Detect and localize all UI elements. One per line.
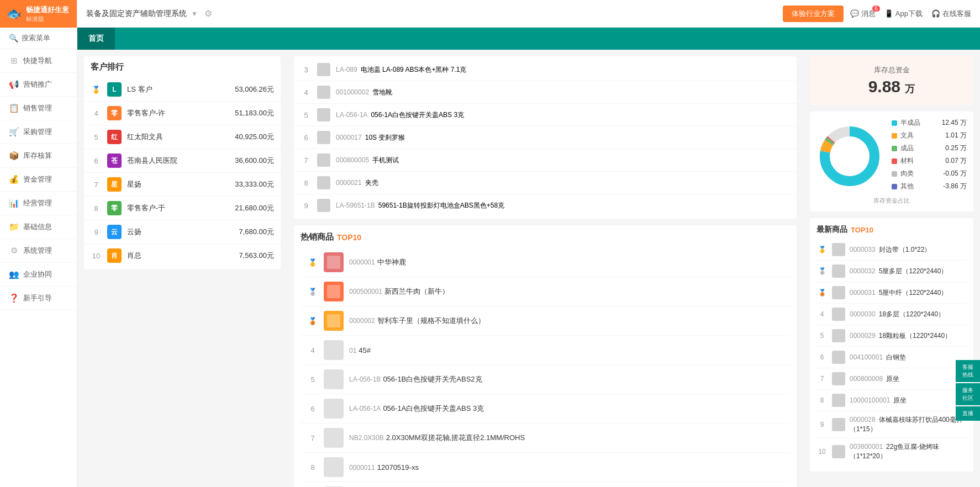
system-name: 装备及固定资产辅助管理系统 [86, 9, 187, 19]
new-product-item: 🥈00000325厘多层（1220*2440） [816, 261, 967, 282]
legend-value: -0.05 万 [943, 169, 967, 178]
sidebar-item-inventory[interactable]: 📦 库存核算 [0, 144, 77, 168]
hot-product-img [324, 282, 344, 301]
new-product-item: 4000003018多层（1220*2440） [816, 304, 967, 325]
online-service-button[interactable]: 🎧 在线客服 [931, 9, 971, 19]
rank-medal: 🥇 [92, 86, 101, 94]
hot-products-title: 热销商品 [301, 232, 334, 242]
hot-product-info: LA-056-1A056-1A白色按键开关盖ABS 3克 [349, 404, 484, 414]
rank-amount: 33,333.00元 [235, 179, 274, 189]
operations-icon: 📊 [9, 198, 19, 208]
hot-right-product-info: LA-59651-1B59651-1B旋转投影灯电池盒ABS黑色+58克 [336, 201, 504, 210]
hot-product-rank: 7 [307, 434, 318, 442]
legend-dot [892, 184, 897, 189]
rank-avatar: 红 [107, 130, 122, 144]
hot-product-info: NB2.0X30B2.0X30MM双搓花轴,搓花直径2.1MM/ROHS [349, 433, 525, 443]
hot-product-item: 9KK-SD22110H花语萌恒温分腿睡袋（厚款） [301, 482, 790, 487]
try-plan-button[interactable]: 体验行业方案 [783, 6, 844, 22]
quick-nav-label: 快捷导航 [23, 56, 52, 66]
search-icon: 🔍 [9, 34, 18, 43]
rank-customer-name: 苍南县人民医院 [127, 156, 229, 166]
legend-label: 成品 [900, 144, 942, 153]
tab-home[interactable]: 首页 [77, 28, 115, 50]
guide-label: 新手引导 [23, 293, 52, 303]
main-container: 装备及固定资产辅助管理系统 ▼ ⚙ 体验行业方案 💬 消息 6 📱 App下载 … [77, 0, 980, 487]
sidebar-item-marketing[interactable]: 📢 营销推广 [0, 73, 77, 97]
sidebar-item-guide[interactable]: ❓ 新手引导 [0, 287, 77, 310]
hot-product-img [324, 457, 344, 477]
search-menu[interactable]: 🔍 搜索菜单 [0, 28, 77, 49]
phone-icon: 📱 [884, 9, 893, 18]
hot-products-badge: TOP10 [337, 233, 361, 242]
rank-number: 8 [91, 204, 102, 213]
rank-number: 🥇 [91, 86, 102, 94]
float-customer-service[interactable]: 客服 热线 [956, 360, 980, 382]
legend-item: 文具 1.01 万 [892, 131, 967, 140]
sidebar-item-finance[interactable]: 💰 资金管理 [0, 168, 77, 192]
new-product-rank: 5 [816, 332, 828, 340]
hot-product-rank: 6 [307, 405, 318, 413]
new-product-item: 810000100001原坐 [816, 390, 967, 411]
sidebar-item-collab[interactable]: 👥 企业协同 [0, 263, 77, 287]
sidebar-item-quick-nav[interactable]: ⊞ 快捷导航 [0, 49, 77, 73]
finance-icon: 💰 [9, 174, 19, 184]
new-product-rank: 4 [816, 310, 828, 318]
legend-value: 1.01 万 [945, 131, 967, 140]
hot-product-item: 🥉0000002智利车子里（规格不知道填什么） [301, 306, 790, 336]
rank-customer-name: 星扬 [127, 179, 229, 189]
gear-icon[interactable]: ⚙ [204, 8, 212, 19]
hot-product-rank: 🥈 [307, 288, 318, 296]
legend-value: 12.45 万 [942, 118, 967, 128]
sidebar-item-operations[interactable]: 📊 经营管理 [0, 192, 77, 215]
sidebar-item-system[interactable]: ⚙ 系统管理 [0, 239, 77, 263]
legend-dot [892, 133, 897, 139]
hot-products-header: 热销商品 TOP10 [301, 232, 790, 242]
new-product-rank: 🥈 [816, 267, 828, 275]
new-product-item: 1000380000122g鱼豆腐-烧烤味（1*12*20） [816, 438, 967, 465]
hot-product-img [324, 399, 344, 419]
rank-avatar: 肖 [107, 248, 122, 263]
hot-product-item: 7NB2.0X30B2.0X30MM双搓花轴,搓花直径2.1MM/ROHS [301, 424, 790, 453]
rank-avatar: 零 [107, 106, 122, 120]
rank-amount: 40,925.00元 [235, 132, 274, 142]
collab-label: 企业协同 [23, 269, 52, 279]
hot-product-rank: 🥇 [307, 258, 318, 267]
app-name: 畅捷通好生意 [26, 5, 69, 15]
inventory-unit: 万 [905, 83, 915, 94]
hot-product-rank: 8 [307, 463, 318, 472]
rank-item: 4零零售客户-许51,183.00元 [84, 102, 281, 125]
new-product-rank: 10 [816, 448, 828, 456]
svg-rect-0 [327, 256, 340, 269]
legend-label: 其他 [900, 182, 940, 191]
customer-ranking-header: 客户排行 [84, 56, 281, 76]
system-label: 系统管理 [23, 246, 52, 256]
inventory-card: 库存总资金 9.88 万 [810, 56, 973, 105]
rank-customer-name: 红太阳文具 [127, 132, 229, 142]
new-product-info: 00000315厘中纤（1220*2440） [850, 288, 967, 298]
new-product-img [832, 243, 845, 256]
rank-number: 9 [91, 228, 102, 236]
rank-item: 7星星扬33,333.00元 [84, 173, 281, 197]
system-selector[interactable]: 装备及固定资产辅助管理系统 ▼ ⚙ [86, 8, 776, 19]
rank-customer-name: 肖总 [127, 251, 233, 261]
rank-item: 8零零售客户-于21,680.00元 [84, 197, 281, 220]
new-product-rank: 9 [816, 421, 828, 428]
app-download-button[interactable]: 📱 App下载 [884, 9, 923, 19]
float-community[interactable]: 服务 社区 [956, 383, 980, 405]
hot-right-rank: 3 [301, 66, 312, 74]
hot-right-product-info: LA-056-1A056-1A白色按键开关盖ABS 3克 [336, 110, 464, 120]
float-live[interactable]: 直播 [956, 406, 980, 421]
sidebar-item-sales[interactable]: 📋 销售管理 [0, 97, 77, 120]
legend-label: 文具 [900, 131, 942, 140]
new-product-img [832, 308, 845, 321]
rank-avatar: 苍 [107, 153, 122, 168]
new-product-info: 10000100001原坐 [850, 396, 967, 405]
customer-ranking-panel: 客户排行 🥇LLS 客户53,006.26元4零零售客户-许51,183.00元… [77, 50, 287, 487]
legend-label: 材料 [900, 156, 942, 166]
hot-product-rank: 4 [307, 346, 318, 354]
topbar-right: 💬 消息 6 📱 App下载 🎧 在线客服 [850, 9, 971, 19]
rank-amount: 7,680.00元 [239, 227, 274, 237]
sidebar-item-purchase[interactable]: 🛒 采购管理 [0, 120, 77, 144]
sidebar-item-basic-info[interactable]: 📁 基础信息 [0, 215, 77, 239]
message-button[interactable]: 💬 消息 6 [850, 9, 876, 19]
